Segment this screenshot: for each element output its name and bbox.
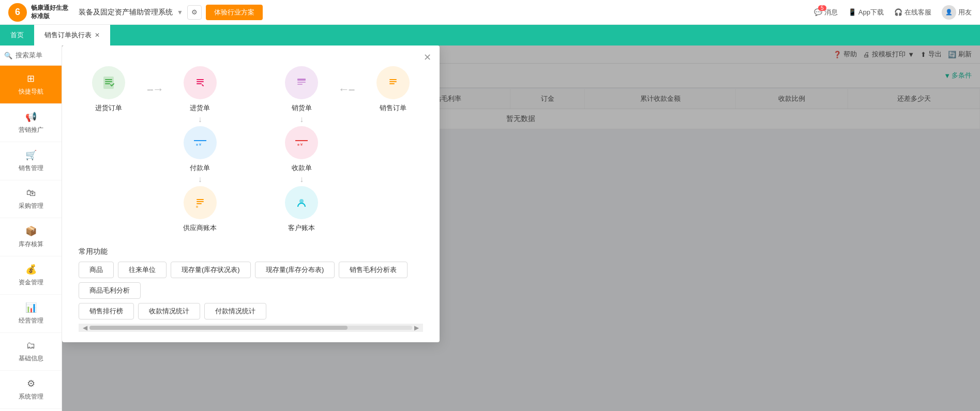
tab-sales-label: 销售订单执行表	[44, 31, 92, 40]
modal-overlay: ✕ 进货订单 - - →	[62, 45, 980, 411]
flow-receipt-bill[interactable]: ¥ 收款单	[272, 118, 332, 181]
btn-sales-rank[interactable]: 销售排行榜	[79, 303, 134, 319]
search-icon: 🔍	[4, 52, 12, 59]
btn-payment-stats[interactable]: 付款情况统计	[204, 303, 266, 319]
service-button[interactable]: 🎧 在线客服	[894, 8, 931, 17]
modal-close-button[interactable]: ✕	[424, 52, 431, 63]
inventory-icon: 📦	[25, 225, 37, 237]
logo-line2: 标准版	[31, 12, 68, 21]
content-area: ❓ 帮助 🖨 按模板打印 ▼ ⬆ 导出 🔄 刷新 📅 单据状态	[62, 45, 980, 411]
purchase-order-circle[interactable]	[92, 66, 125, 99]
sidebar-item-finance[interactable]: 💰 资金管理	[0, 256, 62, 295]
svg-rect-14	[196, 206, 198, 208]
sidebar-item-system[interactable]: ⚙ 系统管理	[0, 371, 62, 409]
flow-supplier-ledger[interactable]: 供应商账本	[170, 178, 231, 241]
scroll-bar-area: ◀ ▶	[79, 324, 423, 332]
svg-text:¥: ¥	[300, 142, 303, 147]
sidebar-item-purchase[interactable]: 🛍 采购管理	[0, 180, 62, 218]
sidebar-item-enterprise[interactable]: 🤝 企业协同	[0, 409, 62, 411]
svg-rect-5	[297, 84, 303, 85]
flow-purchase-order[interactable]: 进货订单	[79, 58, 139, 121]
flow-sales-order[interactable]: 销售订单	[363, 58, 424, 121]
flow-purchase-bill[interactable]: 进货单	[170, 58, 231, 121]
user-button[interactable]: 👤 用友	[942, 5, 972, 20]
purchase-bill-circle[interactable]	[184, 66, 217, 99]
function-btns-row2: 销售排行榜 收款情况统计 付款情况统计	[79, 303, 423, 319]
svg-point-11	[297, 144, 299, 146]
btn-supplier[interactable]: 往来单位	[118, 262, 167, 278]
modal-box: ✕ 进货订单 - - →	[62, 45, 440, 342]
search-menu-label: 搜索菜单	[16, 51, 42, 60]
receipt-bill-circle[interactable]: ¥	[285, 126, 318, 159]
sales-bill-label: 销货单	[292, 103, 312, 113]
sidebar-item-sales[interactable]: 🛒 销售管理	[0, 142, 62, 180]
flow-sales-bill[interactable]: 销货单	[272, 58, 332, 121]
svg-point-8	[196, 144, 198, 146]
purchase-icon: 🛍	[26, 188, 36, 199]
customer-ledger-label: 客户账本	[288, 223, 315, 233]
logo-char: 6	[15, 7, 20, 18]
sidebar-item-inventory[interactable]: 📦 库存核算	[0, 218, 62, 256]
svg-rect-0	[103, 77, 114, 89]
message-button[interactable]: 💬 5 消息	[814, 8, 838, 17]
flow-payment-bill[interactable]: ¥ 付款单	[170, 118, 231, 181]
service-icon: 🎧	[894, 8, 902, 16]
scroll-left-arrow[interactable]: ◀	[81, 324, 89, 331]
quick-nav-label: 快捷导航	[19, 87, 43, 96]
sales-order-label: 销售订单	[380, 103, 406, 113]
quick-nav-icon: ⊞	[27, 73, 35, 84]
dropdown-icon[interactable]: ▼	[177, 9, 183, 16]
marketing-label: 营销推广	[19, 126, 43, 134]
scroll-right-arrow[interactable]: ▶	[412, 324, 421, 331]
operations-label: 经营管理	[19, 316, 43, 325]
common-functions: 常用功能 商品 往来单位 现存量(库存状况表) 现存量(库存分布表) 销售毛利分…	[79, 247, 423, 319]
receipt-bill-label: 收款单	[292, 163, 312, 173]
trial-button[interactable]: 体验行业方案	[206, 5, 263, 20]
scroll-thumb	[89, 326, 348, 330]
btn-sales-gross[interactable]: 销售毛利分析表	[339, 262, 408, 278]
sales-order-circle[interactable]	[376, 66, 410, 99]
app-download-button[interactable]: 📱 App下载	[848, 8, 884, 17]
sidebar-item-operations[interactable]: 📊 经营管理	[0, 295, 62, 333]
inventory-label: 库存核算	[19, 240, 43, 249]
arrow-so-to-sb: - - →	[332, 83, 363, 96]
sales-icon: 🛒	[25, 149, 37, 161]
top-header: 6 畅康通好生意 标准版 装备及固定资产辅助管理系统 ▼ ⚙ 体验行业方案 💬 …	[0, 0, 980, 25]
customer-ledger-circle[interactable]	[285, 186, 318, 219]
svg-text:¥: ¥	[199, 142, 202, 147]
scroll-bar-inner[interactable]	[89, 326, 412, 330]
tab-home[interactable]: 首页	[0, 25, 34, 45]
tab-close-icon[interactable]: ✕	[95, 32, 100, 39]
btn-receipt-stats[interactable]: 收款情况统计	[138, 303, 200, 319]
sales-bill-circle[interactable]	[285, 66, 318, 99]
flow-customer-ledger[interactable]: 客户账本	[272, 178, 332, 241]
avatar: 👤	[942, 5, 956, 20]
search-menu[interactable]: 🔍 搜索菜单	[0, 45, 62, 66]
purchase-order-label: 进货订单	[95, 103, 122, 113]
service-label: 在线客服	[904, 8, 931, 17]
tab-home-label: 首页	[10, 31, 24, 40]
marketing-icon: 📢	[25, 111, 37, 123]
sidebar: 🔍 搜索菜单 ⊞ 快捷导航 📢 营销推广 🛒 销售管理 🛍 采购管理 📦 库存核…	[0, 45, 62, 411]
app-label: App下载	[858, 8, 884, 17]
purchase-label: 采购管理	[19, 202, 43, 210]
flow-row-1: 进货订单 - - → 进货单	[79, 58, 423, 121]
svg-rect-3	[297, 79, 306, 81]
sidebar-item-basic[interactable]: 🗂 基础信息	[0, 333, 62, 371]
tab-sales-execution[interactable]: 销售订单执行表 ✕	[34, 25, 110, 45]
btn-stock-status[interactable]: 现存量(库存状况表)	[171, 262, 251, 278]
sidebar-item-quick-nav[interactable]: ⊞ 快捷导航	[0, 66, 62, 104]
system-label: 系统管理	[19, 392, 43, 401]
message-label: 消息	[824, 8, 838, 17]
sidebar-item-marketing[interactable]: 📢 营销推广	[0, 104, 62, 142]
settings-button[interactable]: ⚙	[187, 5, 202, 20]
payment-bill-circle[interactable]: ¥	[184, 126, 217, 159]
btn-stock-dist[interactable]: 现存量(库存分布表)	[255, 262, 335, 278]
supplier-ledger-circle[interactable]	[184, 186, 217, 219]
payment-bill-label: 付款单	[190, 163, 210, 173]
flow-row-3: 供应商账本 客户账本	[79, 178, 423, 241]
btn-product[interactable]: 商品	[79, 262, 114, 278]
svg-rect-6	[388, 77, 398, 89]
svg-rect-4	[297, 82, 306, 83]
btn-product-gross[interactable]: 商品毛利分析	[79, 282, 141, 299]
